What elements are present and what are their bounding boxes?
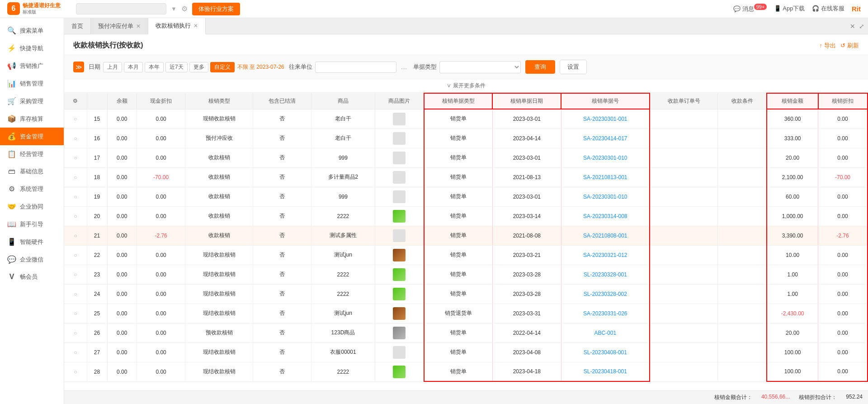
col-gear-header[interactable]: ⚙ [64, 93, 87, 109]
tab-writeoff-close[interactable]: ✕ [193, 23, 198, 29]
message-item[interactable]: 💬 消息99+ [733, 4, 767, 13]
col-writeoff-doc-no[interactable]: ABC-001 [561, 323, 650, 342]
col-writeoff-amount: 20.00 [767, 323, 818, 342]
sidebar-item-basic-info[interactable]: 🗃 基础信息 [0, 163, 64, 180]
sidebar-item-purchase[interactable]: 🛒 采购管理 [0, 92, 64, 110]
gear-icon[interactable]: ⚙ [73, 98, 78, 104]
refresh-button[interactable]: ↺ 刷新 [840, 42, 859, 50]
footer-discount-total: 952.24 [846, 394, 863, 401]
filter-doctype-select[interactable] [439, 61, 521, 73]
col-writeoff-type: 收款核销 [185, 206, 253, 226]
col-writeoff-type: 预收款核销 [185, 323, 253, 342]
filter-date-7days[interactable]: 近7天 [165, 62, 188, 72]
table-row: ○ 19 0.00 0.00 收款核销 否 999 销货单 2023-03-01… [64, 187, 868, 206]
col-gear[interactable]: ○ [64, 167, 87, 187]
sidebar-item-wechat[interactable]: 💬 企业微信 [0, 251, 64, 268]
col-writeoff-doc-no[interactable]: SA-20230414-017 [561, 128, 650, 148]
col-writeoff-doc-no[interactable]: SA-20230301-001 [561, 109, 650, 128]
tab-maximize-button[interactable]: ⤢ [859, 23, 864, 30]
table-wrapper[interactable]: ⚙ 余额 现金折扣 核销类型 包含已结清 商品 商品图片 核销单据类型 核销单据… [64, 93, 868, 390]
col-writeoff-doc-no[interactable]: SA-20210808-001 [561, 226, 650, 245]
sidebar-item-hardware[interactable]: 📱 智能硬件 [0, 233, 64, 251]
sidebar-item-system[interactable]: ⚙ 系统管理 [0, 180, 64, 198]
col-gear[interactable]: ○ [64, 187, 87, 206]
sidebar-item-collab[interactable]: 🤝 企业协同 [0, 198, 64, 215]
query-button[interactable]: 查询 [525, 60, 555, 74]
writeoff-doc-link[interactable]: ABC-001 [594, 330, 616, 336]
col-gear[interactable]: ○ [64, 245, 87, 265]
col-gear[interactable]: ○ [64, 226, 87, 245]
filter-collapse-button[interactable]: ≫ [73, 62, 84, 72]
col-gear[interactable]: ○ [64, 206, 87, 226]
tab-close-button[interactable]: ✕ [850, 23, 855, 30]
sidebar-item-sales[interactable]: 📊 销售管理 [0, 75, 64, 92]
filter-date-this-year[interactable]: 本年 [145, 62, 164, 72]
sidebar-label-guide: 新手引导 [20, 220, 43, 228]
tab-prepayment-close[interactable]: ✕ [136, 23, 141, 29]
sidebar-item-operations[interactable]: 📋 经营管理 [0, 145, 64, 163]
sidebar-item-finance[interactable]: 💰 资金管理 [0, 128, 64, 145]
writeoff-doc-link[interactable]: SL-20230328-002 [584, 291, 627, 297]
writeoff-doc-link[interactable]: SA-20230301-010 [583, 155, 627, 161]
writeoff-doc-link[interactable]: SA-20230321-012 [583, 252, 627, 258]
industry-solution-button[interactable]: 体验行业方案 [192, 3, 240, 15]
tab-prepayment[interactable]: 预付冲应付单 ✕ [91, 18, 148, 34]
col-writeoff-doc-no[interactable]: SA-20230301-010 [561, 148, 650, 167]
col-gear[interactable]: ○ [64, 265, 87, 284]
writeoff-doc-link[interactable]: SL-20230418-001 [584, 368, 627, 375]
writeoff-doc-link[interactable]: SA-20230301-010 [583, 194, 627, 200]
col-gear[interactable]: ○ [64, 342, 87, 362]
filter-unit-input[interactable] [315, 62, 396, 73]
sidebar-item-member[interactable]: V 畅会员 [0, 268, 64, 285]
sidebar-item-search[interactable]: 🔍 搜索菜单 [0, 22, 64, 39]
col-writeoff-doc-no[interactable]: SA-20230301-010 [561, 187, 650, 206]
writeoff-doc-link[interactable]: SA-20230301-001 [583, 116, 627, 122]
writeoff-doc-link[interactable]: SA-20230414-017 [583, 135, 627, 142]
col-writeoff-doc-no[interactable]: SA-20230314-008 [561, 206, 650, 226]
col-include-settled-header: 包含已结清 [253, 93, 311, 109]
col-writeoff-doc-no[interactable]: SL-20230328-001 [561, 265, 650, 284]
col-gear[interactable]: ○ [64, 128, 87, 148]
filter-unit-dots[interactable]: ... [399, 63, 409, 71]
col-cash-discount: 0.00 [137, 245, 185, 265]
col-gear[interactable]: ○ [64, 284, 87, 304]
writeoff-doc-link[interactable]: SA-20230314-008 [583, 213, 627, 219]
sidebar-item-guide[interactable]: 📖 新手引导 [0, 215, 64, 233]
sidebar-item-quicknav[interactable]: ⚡ 快捷导航 [0, 39, 64, 57]
col-gear[interactable]: ○ [64, 323, 87, 342]
settings-icon[interactable]: ⚙ [181, 5, 188, 13]
col-writeoff-doc-type: 销货单 [424, 187, 493, 206]
writeoff-doc-link[interactable]: SL-20230328-001 [584, 271, 627, 278]
expand-icon: ∨ [447, 82, 451, 89]
writeoff-doc-link[interactable]: SA-20210808-001 [583, 233, 627, 239]
expand-more-button[interactable]: ∨ 展开更多条件 [447, 82, 485, 90]
col-writeoff-doc-no[interactable]: SL-20230328-002 [561, 284, 650, 304]
filter-setting-button[interactable]: 设置 [560, 60, 587, 74]
tab-writeoff[interactable]: 收款核销执行 ✕ [148, 18, 206, 34]
col-writeoff-doc-no[interactable]: SL-20230418-001 [561, 362, 650, 381]
writeoff-doc-link[interactable]: SA-20230331-026 [583, 310, 627, 317]
col-product: 999 [311, 187, 375, 206]
col-gear[interactable]: ○ [64, 109, 87, 128]
col-gear[interactable]: ○ [64, 362, 87, 381]
col-writeoff-doc-no[interactable]: SA-20210813-001 [561, 167, 650, 187]
export-button[interactable]: ↑ 导出 [820, 42, 836, 50]
filter-date-prev-month[interactable]: 上月 [103, 62, 122, 72]
online-service-item[interactable]: 🎧 在线客服 [812, 5, 844, 13]
search-input[interactable] [76, 3, 166, 14]
tab-home[interactable]: 首页 [64, 18, 91, 34]
filter-date-this-month[interactable]: 本月 [124, 62, 143, 72]
col-gear[interactable]: ○ [64, 304, 87, 323]
col-include-settled: 否 [253, 362, 311, 381]
sidebar-item-inventory[interactable]: 📦 库存核算 [0, 110, 64, 128]
col-writeoff-doc-no[interactable]: SA-20230321-012 [561, 245, 650, 265]
writeoff-doc-link[interactable]: SA-20210813-001 [583, 174, 627, 181]
filter-date-custom[interactable]: 自定义 [210, 62, 235, 72]
app-download-item[interactable]: 📱 App下载 [774, 5, 805, 13]
filter-date-more[interactable]: 更多 [189, 62, 208, 72]
col-writeoff-doc-no[interactable]: SL-20230408-001 [561, 342, 650, 362]
sidebar-item-marketing[interactable]: 📢 营销推广 [0, 57, 64, 75]
col-writeoff-doc-no[interactable]: SA-20230331-026 [561, 304, 650, 323]
col-gear[interactable]: ○ [64, 148, 87, 167]
writeoff-doc-link[interactable]: SL-20230408-001 [584, 349, 627, 356]
